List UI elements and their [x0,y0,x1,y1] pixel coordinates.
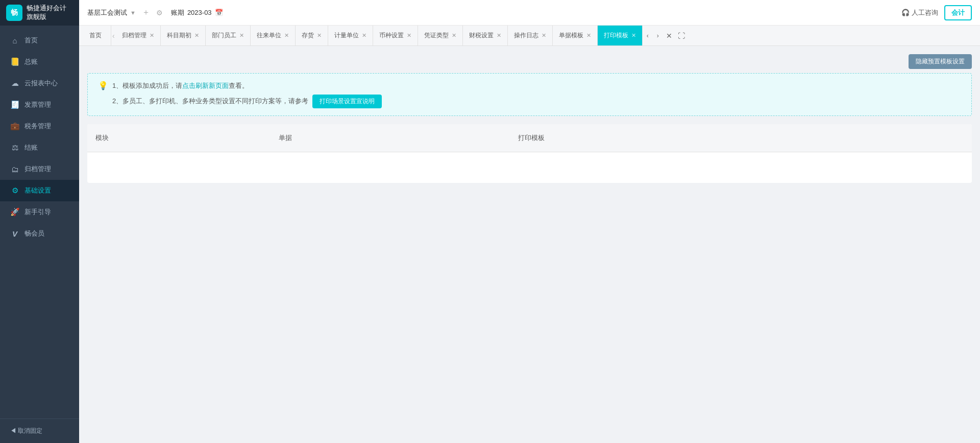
tab-subjects-close[interactable]: ✕ [194,32,199,39]
help-label: 人工咨询 [912,8,938,17]
logo-icon: 畅 [6,5,22,21]
sidebar-item-label: 基础设置 [24,186,51,195]
tab-measure[interactable]: 计量单位 ✕ [328,26,373,46]
period-display: 账期 2023-03 📅 [171,8,223,17]
tab-vendor[interactable]: 往来单位 ✕ [251,26,296,46]
sidebar-item-label: 结账 [24,143,38,152]
sidebar-item-label: 首页 [24,36,38,45]
cloud-icon: ☁ [10,79,19,88]
action-bar: 隐藏预置模板设置 [87,54,972,69]
notice-row-2: 💡 2、多员工、多打印机、多种业务类型设置不同打印方案等，请参考 打印场景设置宣… [98,95,961,108]
col-doc: 单据 [271,129,510,147]
sidebar-item-home[interactable]: ⌂ 首页 [0,30,79,51]
sidebar-item-member[interactable]: V 畅会员 [0,223,79,244]
unpin-button[interactable]: ◀ 取消固定 [0,418,79,443]
tab-home[interactable]: 首页 [83,26,111,46]
home-icon: ⌂ [10,36,19,45]
tab-oplog[interactable]: 操作日志 ✕ [508,26,553,46]
sidebar-item-label: 税务管理 [24,122,51,131]
sidebar-item-ledger[interactable]: 📒 总账 [0,51,79,73]
sidebar-item-label: 发票管理 [24,100,51,109]
add-company-button[interactable]: ＋ [142,7,150,18]
table-body [87,152,972,183]
tab-single-close[interactable]: ✕ [586,32,591,39]
table-header: 模块 单据 打印模板 [87,124,972,152]
tab-label: 财税设置 [469,31,494,40]
tab-voucher-close[interactable]: ✕ [452,32,456,39]
col-module: 模块 [87,129,271,147]
tab-label: 单据模板 [559,31,583,40]
tab-inventory[interactable]: 存货 ✕ [296,26,328,46]
tab-dept[interactable]: 部门员工 ✕ [206,26,251,46]
tab-currency-close[interactable]: ✕ [407,32,411,39]
logo-name: 畅捷通好会计 [27,4,66,13]
sidebar-item-checkout[interactable]: ⚖ 结账 [0,137,79,158]
tab-next-button[interactable]: › [653,26,663,46]
sidebar-item-settings[interactable]: ⚙ 基础设置 [0,180,79,201]
company-selector[interactable]: 基层工会测试 ▼ [87,8,136,17]
tab-label: 首页 [89,31,102,40]
tab-tax2-close[interactable]: ✕ [497,32,501,39]
tab-label: 计量单位 [334,31,359,40]
tax-icon: 💼 [10,122,19,131]
tab-voucher[interactable]: 凭证类型 ✕ [418,26,463,46]
sidebar-item-archive[interactable]: 🗂 归档管理 [0,158,79,180]
notice-row-1: 💡 1、模板添加成功后，请点击刷新新页面查看。 [98,81,961,90]
company-dropdown-icon: ▼ [130,10,136,16]
tab-label: 操作日志 [514,31,538,40]
tab-vendor-close[interactable]: ✕ [284,32,289,39]
print-scene-button[interactable]: 打印场景设置宣说明 [312,95,382,108]
sidebar-item-invoice[interactable]: 🧾 发票管理 [0,94,79,115]
tab-subjects[interactable]: 科目期初 ✕ [161,26,206,46]
tab-dept-close[interactable]: ✕ [239,32,244,39]
company-name: 基层工会测试 [87,8,127,17]
tab-tax2[interactable]: 财税设置 ✕ [463,26,508,46]
tab-oplog-close[interactable]: ✕ [542,32,546,39]
tab-close-all-button[interactable]: ✕ [663,30,675,42]
help-button[interactable]: 🎧 人工咨询 [901,8,938,17]
period-label: 账期 [171,8,184,17]
notice-text-2: 2、多员工、多打印机、多种业务类型设置不同打印方案等，请参考 打印场景设置宣说明 [112,95,382,108]
sidebar-item-label: 云报表中心 [24,79,58,88]
tab-currency[interactable]: 币种设置 ✕ [373,26,418,46]
calendar-icon[interactable]: 📅 [215,9,223,16]
sidebar-item-label: 归档管理 [24,165,51,174]
tab-expand-button[interactable]: ⛶ [675,30,688,42]
account-button[interactable]: 会计 [944,5,972,20]
sidebar-item-tax[interactable]: 💼 税务管理 [0,115,79,137]
tab-label: 科目期初 [167,31,191,40]
tab-bar: 首页 ‹ 归档管理 ✕ 科目期初 ✕ 部门员工 ✕ 往来单位 ✕ 存货 ✕ 计量… [79,26,980,46]
sidebar: 畅 畅捷通好会计 旗舰版 ⌂ 首页 📒 总账 ☁ 云报表中心 🧾 发票管理 💼 … [0,0,79,443]
sidebar-item-label: 畅会员 [24,229,44,238]
period-value: 2023-03 [187,9,212,16]
tab-measure-close[interactable]: ✕ [362,32,366,39]
tab-prev-button[interactable]: ‹ [643,26,653,46]
tab-label: 往来单位 [257,31,281,40]
tab-archive-close[interactable]: ✕ [150,32,154,39]
unpin-label: ◀ 取消固定 [10,427,42,435]
tab-separator: ‹ [111,32,116,40]
sidebar-item-reports[interactable]: ☁ 云报表中心 [0,73,79,94]
settings-icon: ⚙ [10,186,19,195]
logo-text: 畅捷通好会计 旗舰版 [27,4,66,21]
ledger-icon: 📒 [10,57,19,66]
content-area: 隐藏预置模板设置 💡 1、模板添加成功后，请点击刷新新页面查看。 💡 2、多员工… [79,46,980,443]
tab-label: 币种设置 [379,31,404,40]
archive-icon: 🗂 [10,165,19,174]
hide-preview-button[interactable]: 隐藏预置模板设置 [909,54,972,69]
company-settings-icon[interactable]: ⚙ [156,9,163,17]
notice-refresh-link[interactable]: 点击刷新新页面 [182,82,229,89]
guide-icon: 🚀 [10,207,19,217]
headset-icon: 🎧 [901,9,910,16]
tab-print[interactable]: 打印模板 ✕ [598,26,643,46]
sidebar-item-label: 总账 [24,57,38,66]
tab-print-close[interactable]: ✕ [631,32,636,39]
notice-line2-pre: 2、多员工、多打印机、多种业务类型设置不同打印方案等，请参考 [112,97,308,105]
bulb-icon: 💡 [98,81,108,90]
tab-label: 存货 [302,31,314,40]
tab-single[interactable]: 单据模板 ✕ [553,26,598,46]
tab-inventory-close[interactable]: ✕ [317,32,322,39]
tab-label: 打印模板 [604,31,628,40]
sidebar-item-guide[interactable]: 🚀 新手引导 [0,201,79,223]
tab-archive[interactable]: 归档管理 ✕ [116,26,161,46]
